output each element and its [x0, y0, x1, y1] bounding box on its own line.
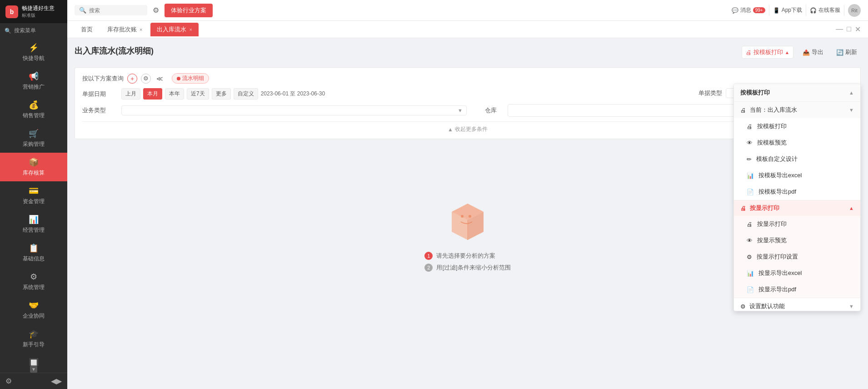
dropdown-display-preview[interactable]: 👁 按显示预览: [734, 232, 860, 249]
topbar-search-box[interactable]: 🔍: [75, 5, 147, 15]
sales-icon: 💰: [29, 100, 39, 110]
window-maximize-icon[interactable]: □: [847, 25, 851, 34]
export-btn[interactable]: 📤 导出: [799, 46, 827, 58]
app-version: 标准版: [22, 12, 55, 19]
dropdown-template-print[interactable]: 🖨 按模板打印: [734, 118, 860, 135]
window-close-icon[interactable]: ✕: [855, 25, 861, 34]
online-service-action[interactable]: 🎧 在线客服: [810, 6, 840, 14]
empty-step-1: 1 请先选择要分析的方案: [424, 252, 510, 260]
window-minimize-icon[interactable]: —: [836, 25, 843, 34]
dropdown-header-arrow[interactable]: ▲: [849, 90, 854, 95]
message-action[interactable]: 💬 消息 99+: [732, 6, 765, 14]
search-row-1: 按以下方案查询 + ⚙ ≪ 流水明细: [82, 73, 853, 84]
dropdown-footer[interactable]: ⚙ 设置默认功能 ▼: [734, 298, 860, 311]
template-preview-label: 按模板预览: [757, 139, 787, 147]
sidebar-item-sales[interactable]: 💰 销售管理: [0, 95, 67, 124]
dropdown-display-section[interactable]: 🖨 按显示打印 ▲: [734, 200, 860, 216]
tab-flow-label: 出入库流水: [157, 25, 186, 34]
dropdown-scroll-area: 🖨 当前：出入库流水 ▼ 🖨 按模板打印 👁 按模板预览 ✏ 模板自定义设计: [734, 102, 860, 311]
export-icon: 📤: [803, 49, 810, 56]
page-content: 出入库流水(流水明细) 🖨 按模板打印 ▲ 📤 导出 🔄 刷新: [67, 38, 868, 389]
svg-point-6: [469, 215, 471, 218]
sidebar-item-label: 销售管理: [23, 112, 45, 120]
inventory-icon: 📦: [29, 157, 39, 167]
tab-home-label: 首页: [81, 25, 93, 34]
date-btn-this-year[interactable]: 本年: [165, 88, 184, 100]
sidebar-item-label: 采购管理: [23, 140, 45, 148]
message-icon: 💬: [732, 7, 738, 14]
template-print-icon: 🖨: [747, 123, 753, 130]
topbar-search-input[interactable]: [89, 7, 135, 14]
display-section-icon: 🖨: [740, 205, 746, 212]
user-avatar[interactable]: Rit: [848, 4, 861, 17]
sidebar-item-finance[interactable]: 💳 资金管理: [0, 181, 67, 210]
topbar-divider-2: [806, 5, 806, 16]
business-type-select[interactable]: ▼: [121, 105, 467, 115]
filter-collapse-btn[interactable]: ≪: [155, 74, 165, 84]
date-btn-7days[interactable]: 近7天: [187, 88, 209, 100]
template-pdf-label: 按模板导出pdf: [758, 188, 796, 196]
app-center-icon: 🔲: [29, 358, 39, 366]
tab-flow-close-icon[interactable]: ×: [189, 27, 192, 32]
footer-settings-icon[interactable]: ⚙: [5, 377, 12, 385]
dropdown-display-export-pdf[interactable]: 📄 按显示导出pdf: [734, 281, 860, 298]
dropdown-current-item[interactable]: 🖨 当前：出入库流水 ▼: [734, 102, 860, 118]
dropdown-template-custom[interactable]: ✏ 模板自定义设计: [734, 151, 860, 167]
dropdown-display-print-settings[interactable]: ⚙ 按显示打印设置: [734, 249, 860, 265]
sidebar-item-marketing[interactable]: 📢 营销推广: [0, 67, 67, 95]
search-panel-label: 按以下方案查询: [82, 75, 124, 83]
footer-collapse-icon[interactable]: ◀▶: [51, 377, 62, 385]
add-filter-btn[interactable]: +: [127, 74, 137, 84]
message-label: 消息: [740, 6, 751, 14]
sidebar-item-operations[interactable]: 📊 经营管理: [0, 210, 67, 239]
download-icon: 📱: [773, 7, 780, 14]
sidebar-item-quick-nav[interactable]: ⚡ 快捷导航: [0, 38, 67, 67]
tab-inventory-batch[interactable]: 库存批次账 ×: [101, 23, 149, 36]
sidebar-item-basic[interactable]: 📋 基础信息: [0, 239, 67, 267]
app-download-label: App下载: [782, 6, 802, 14]
empty-steps: 1 请先选择要分析的方案 2 用[过滤]条件来缩小分析范围: [424, 252, 510, 272]
dropdown-template-preview[interactable]: 👁 按模板预览: [734, 135, 860, 151]
empty-state-icon: [445, 199, 490, 244]
date-btn-custom[interactable]: 自定义: [234, 88, 258, 100]
tab-home[interactable]: 首页: [75, 23, 99, 36]
sidebar-item-guide[interactable]: 🎓 新手引导: [0, 324, 67, 353]
sidebar-item-app-center[interactable]: 🔲 应用中心: [0, 353, 67, 366]
template-print-btn[interactable]: 🖨 按模板打印 ▲: [742, 46, 793, 59]
display-preview-label: 按显示预览: [757, 236, 787, 244]
footer-arrow: ▼: [849, 304, 854, 309]
refresh-btn[interactable]: 🔄 刷新: [833, 46, 861, 58]
sidebar-search[interactable]: 🔍 搜索菜单: [0, 23, 67, 38]
template-print-item-label: 按模板打印: [757, 122, 787, 130]
sidebar-item-purchase[interactable]: 🛒 采购管理: [0, 124, 67, 153]
date-btn-last-month[interactable]: 上月: [121, 88, 140, 100]
tab-batch-close-icon[interactable]: ×: [140, 27, 142, 32]
sidebar-item-inventory[interactable]: 📦 库存核算: [0, 153, 67, 181]
trial-btn[interactable]: 体验行业方案: [165, 4, 213, 17]
tab-inventory-flow[interactable]: 出入库流水 ×: [150, 23, 198, 36]
step-1-text: 请先选择要分析的方案: [436, 252, 495, 260]
main-area: 🔍 ⚙ 体验行业方案 💬 消息 99+ 📱 App下载 🎧 在线客服 Ri: [67, 0, 868, 389]
step-2-text: 用[过滤]条件来缩小分析范围: [436, 264, 510, 272]
system-icon: ⚙: [30, 272, 37, 282]
date-btn-this-month[interactable]: 本月: [143, 88, 162, 100]
date-btn-more[interactable]: 更多: [212, 88, 231, 100]
filter-settings-btn[interactable]: ⚙: [141, 74, 151, 84]
app-download-action[interactable]: 📱 App下载: [773, 6, 802, 14]
dropdown-template-export-pdf[interactable]: 📄 按模板导出pdf: [734, 184, 860, 200]
dropdown-display-export-excel[interactable]: 📊 按显示导出excel: [734, 265, 860, 281]
sidebar-scroll-down[interactable]: ▼: [30, 366, 37, 373]
refresh-label: 刷新: [845, 48, 857, 56]
sidebar-item-enterprise[interactable]: 🤝 企业协同: [0, 296, 67, 324]
filter-tag-waterflow[interactable]: 流水明细: [172, 73, 209, 84]
dropdown-header: 按模板打印 ▲: [734, 84, 860, 102]
dropdown-template-export-excel[interactable]: 📊 按模板导出excel: [734, 167, 860, 184]
topbar-gear-icon[interactable]: ⚙: [153, 6, 159, 15]
tab-batch-label: 库存批次账: [107, 25, 137, 34]
template-custom-label: 模板自定义设计: [756, 155, 798, 163]
sidebar-item-label: 快捷导航: [23, 55, 45, 62]
dropdown-display-print[interactable]: 🖨 按显示打印: [734, 216, 860, 232]
sidebar-item-system[interactable]: ⚙ 系统管理: [0, 267, 67, 296]
topbar-actions: 💬 消息 99+ 📱 App下载 🎧 在线客服 Rit: [732, 4, 861, 17]
sidebar-item-label: 系统管理: [23, 284, 45, 291]
